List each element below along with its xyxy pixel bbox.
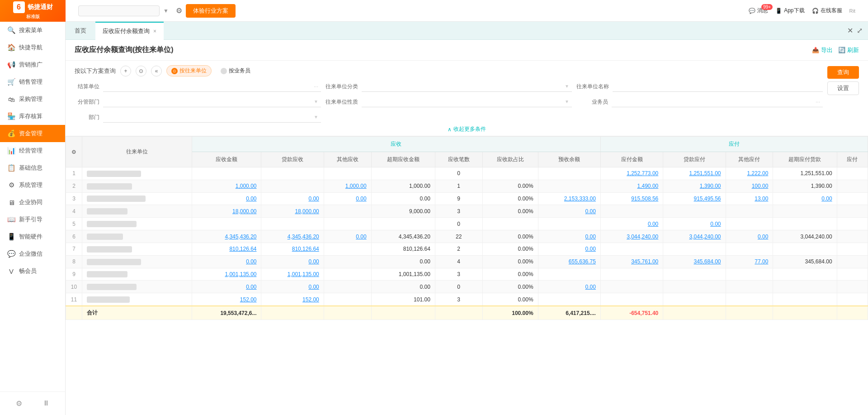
ap-amount-2[interactable]: 1,490.00	[600, 180, 663, 192]
add-scheme-button[interactable]: +	[120, 66, 131, 76]
ar-amount-2[interactable]: 1,000.00	[192, 180, 261, 192]
nav-search-input[interactable]	[78, 5, 160, 16]
salesperson-input[interactable]: ···	[612, 96, 823, 107]
filter-row-dept: 分管部门 ▼	[75, 96, 321, 107]
ar-prepay-10[interactable]: 0.00	[538, 281, 600, 293]
query-button[interactable]: 查询	[827, 66, 859, 79]
ap-loan-1[interactable]: 1,251,551.00	[663, 167, 726, 180]
app-download-button[interactable]: 📱 App下载	[775, 7, 804, 14]
ap-other-3[interactable]: 13.00	[726, 192, 773, 205]
tab-close-button[interactable]: ×	[153, 28, 156, 34]
ar-other-6[interactable]: 0.00	[324, 230, 371, 243]
row-num-10: 10	[66, 281, 82, 293]
partner-name-11	[82, 293, 192, 306]
ar-loan-7[interactable]: 810,126.64	[261, 243, 324, 255]
ap-other-1[interactable]: 1,222.00	[726, 167, 773, 180]
sidebar-item-finance[interactable]: 💰 资金管理	[0, 125, 65, 142]
sidebar-item-collab[interactable]: 🖥 企业协同	[0, 194, 65, 211]
sidebar-collapse-icon[interactable]: ⏸	[42, 399, 50, 408]
sidebar-item-basic-info[interactable]: 📋 基础信息	[0, 159, 65, 176]
sidebar-item-search[interactable]: 🔍 搜索菜单	[0, 22, 65, 39]
settings-scheme-button[interactable]: ⊙	[136, 66, 146, 76]
message-button[interactable]: 💬 消息 99+	[749, 7, 768, 14]
ap-other-2[interactable]: 100.00	[726, 180, 773, 192]
ar-amount-10[interactable]: 0.00	[192, 281, 261, 293]
ap-amount-6[interactable]: 3,044,240.00	[600, 230, 663, 243]
tab-active-receivable[interactable]: 应收应付余额查询 ×	[95, 22, 164, 40]
user-account-button[interactable]: Rit	[849, 8, 855, 14]
cta-button[interactable]: 体验行业方案	[186, 4, 236, 18]
ar-loan-4[interactable]: 18,000.00	[261, 205, 324, 218]
sidebar-label-basic-info: 基础信息	[19, 164, 42, 172]
collapse-scheme-button[interactable]: «	[151, 66, 162, 76]
filter-row-partner-type: 往来单位分类 ▼	[326, 81, 572, 92]
nav-arrow-icon[interactable]: ▼	[163, 8, 169, 14]
col-ar-count: 应收笔数	[435, 152, 482, 167]
ap-amount-5[interactable]: 0.00	[600, 218, 663, 230]
sidebar-item-inventory[interactable]: 🏪 库存核算	[0, 108, 65, 125]
ap-amount-3[interactable]: 915,508.56	[600, 192, 663, 205]
ar-other-2[interactable]: 1,000.00	[324, 180, 371, 192]
ar-prepay-3[interactable]: 2,153,333.00	[538, 192, 600, 205]
ar-amount-3[interactable]: 0.00	[192, 192, 261, 205]
ap-overdue-3[interactable]: 0.00	[773, 192, 837, 205]
ap-amount-8[interactable]: 345,761.00	[600, 255, 663, 268]
ap-amount-1[interactable]: 1,252,773.00	[600, 167, 663, 180]
ar-loan-9[interactable]: 1,001,135.00	[261, 268, 324, 281]
ap-loan-8[interactable]: 345,684.00	[663, 255, 726, 268]
dept-input[interactable]: ▼	[103, 96, 321, 107]
sidebar-item-guide[interactable]: 📖 新手引导	[0, 211, 65, 228]
ar-amount-6[interactable]: 4,345,436.20	[192, 230, 261, 243]
ar-prepay-7[interactable]: 0.00	[538, 243, 600, 255]
tab-home[interactable]: 首页	[66, 22, 95, 40]
sidebar-item-wechat[interactable]: 💬 企业微信	[0, 245, 65, 262]
data-table-container[interactable]: ⚙ 往来单位 应收 应付 应收金额 贷款应收 其他应收 超期应收金额 应收笔数 …	[66, 136, 868, 415]
ar-loan-6[interactable]: 4,345,436.20	[261, 230, 324, 243]
scheme-by-partner[interactable]: ⊙ 按往来单位	[166, 65, 212, 76]
nav-settings-icon[interactable]: ⚙	[176, 6, 182, 15]
ar-loan-8[interactable]: 0.00	[261, 255, 324, 268]
scheme-by-salesperson[interactable]: 按业务员	[216, 66, 255, 76]
sidebar-item-purchase[interactable]: 🛍 采购管理	[0, 91, 65, 108]
partner-nature-input[interactable]: ▼	[362, 96, 572, 107]
col-settings[interactable]: ⚙	[66, 137, 82, 167]
collapse-filter-button[interactable]: ∧ 收起更多条件	[75, 123, 859, 136]
ap-loan-6[interactable]: 3,044,240.00	[663, 230, 726, 243]
ar-amount-4[interactable]: 18,000.00	[192, 205, 261, 218]
tab-bar-expand-icon[interactable]: ⤢	[857, 26, 863, 35]
sidebar-settings-icon[interactable]: ⚙	[16, 399, 22, 408]
partner-name-input[interactable]	[613, 81, 823, 92]
ap-other-8[interactable]: 77.00	[726, 255, 773, 268]
division-input[interactable]: ▼	[103, 112, 321, 123]
ar-loan-3[interactable]: 0.00	[261, 192, 324, 205]
settlement-input[interactable]: ···	[103, 81, 321, 92]
ap-loan-2[interactable]: 1,390.00	[663, 180, 726, 192]
export-button[interactable]: 📤 导出	[812, 46, 833, 54]
tab-bar-close-icon[interactable]: ✕	[847, 26, 853, 35]
partner-type-input[interactable]: ▼	[362, 81, 572, 92]
ap-other-6[interactable]: 0.00	[726, 230, 773, 243]
online-service-button[interactable]: 🎧 在线客服	[812, 7, 842, 14]
ar-other-3[interactable]: 0.00	[324, 192, 371, 205]
ar-prepay-6[interactable]: 0.00	[538, 230, 600, 243]
sidebar-item-member[interactable]: V 畅会员	[0, 262, 65, 280]
ar-amount-11[interactable]: 152.00	[192, 293, 261, 306]
ap-loan-5[interactable]: 0.00	[663, 218, 726, 230]
ar-loan-11[interactable]: 152.00	[261, 293, 324, 306]
ar-amount-9[interactable]: 1,001,135.00	[192, 268, 261, 281]
ar-count-6: 22	[435, 230, 482, 243]
sidebar-item-operations[interactable]: 📊 经营管理	[0, 142, 65, 159]
ar-amount-8[interactable]: 0.00	[192, 255, 261, 268]
sidebar-item-system[interactable]: ⚙ 系统管理	[0, 176, 65, 194]
sidebar-item-quicknav[interactable]: 🏠 快捷导航	[0, 39, 65, 56]
sidebar-item-hardware[interactable]: 📱 智能硬件	[0, 228, 65, 245]
ar-prepay-4[interactable]: 0.00	[538, 205, 600, 218]
sidebar-item-sales[interactable]: 🛒 销售管理	[0, 73, 65, 91]
settings-button[interactable]: 设置	[827, 81, 859, 95]
sidebar-item-marketing[interactable]: 📢 营销推广	[0, 56, 65, 73]
ar-prepay-8[interactable]: 655,636.75	[538, 255, 600, 268]
ar-loan-10[interactable]: 0.00	[261, 281, 324, 293]
ar-amount-7[interactable]: 810,126.64	[192, 243, 261, 255]
refresh-button[interactable]: 🔄 刷新	[838, 46, 859, 54]
ap-loan-3[interactable]: 915,495.56	[663, 192, 726, 205]
